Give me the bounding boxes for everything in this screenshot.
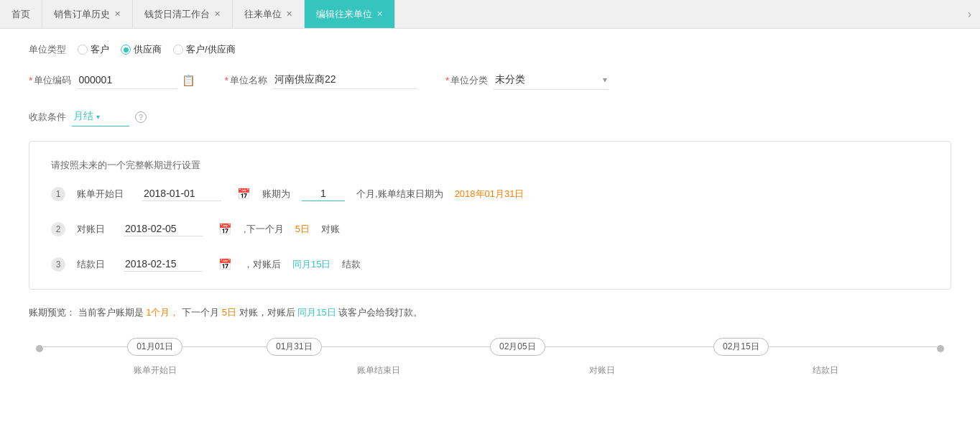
unit-code-input[interactable] — [77, 71, 177, 89]
radio-customer-circle — [78, 45, 88, 55]
timeline-line-4 — [769, 346, 937, 347]
radio-customer[interactable]: 客户 — [78, 43, 109, 56]
unit-name-label: 单位名称 — [230, 74, 267, 87]
unit-category-group: * 单位分类 未分类 ▾ — [445, 70, 609, 90]
unit-code-star: * — [29, 75, 32, 86]
timeline-right-dot — [937, 345, 944, 352]
period-row-1: 1 账单开始日 📅 账期为 个月,账单结束日期为 2018年01月31日 — [51, 186, 929, 201]
unit-type-row: 单位类型 客户 供应商 客户/供应商 — [29, 43, 951, 56]
period-num-1: 1 — [51, 187, 65, 201]
timeline-badge-2: 01月31日 — [267, 338, 322, 356]
timeline-label-2-wrapper: 账单结束日 — [267, 360, 490, 377]
expand-tabs-button[interactable]: › — [959, 0, 980, 28]
timeline-start-dot — [36, 345, 43, 352]
tab-edit-partner[interactable]: 编辑往来单位 ✕ — [305, 0, 395, 28]
unit-type-label: 单位类型 — [29, 43, 66, 56]
timeline-label-2: 账单结束日 — [357, 364, 400, 377]
preview-label: 账期预览： — [29, 307, 75, 318]
timeline-end-dot — [937, 345, 944, 352]
tab-partner-units-close[interactable]: ✕ — [286, 9, 292, 19]
tab-sales-history-close[interactable]: ✕ — [114, 9, 121, 19]
period-start-suffix2: 个月,账单结束日期为 — [356, 188, 443, 201]
preview-highlight-3: 同月15日 — [297, 307, 336, 318]
tab-home[interactable]: 首页 — [0, 0, 42, 28]
timeline-left-dot — [36, 345, 43, 352]
timeline-node-4: 02月15日 — [713, 338, 769, 356]
unit-category-label: 单位分类 — [450, 74, 488, 87]
timeline-labels-row: 账单开始日 账单结束日 对账日 结款日 — [36, 360, 944, 377]
payment-condition-label: 收款条件 — [29, 111, 66, 124]
timeline-label-1-wrapper: 账单开始日 — [43, 360, 267, 377]
timeline-badge-1: 01月01日 — [127, 338, 182, 356]
timeline-container: 01月01日 01月31日 02月05日 — [36, 338, 944, 356]
period-reconcile-date-input[interactable] — [124, 221, 203, 236]
unit-code-picker-icon[interactable]: 📋 — [182, 74, 195, 87]
period-start-date-input[interactable] — [142, 186, 221, 201]
timeline-segment-4: 02月15日 — [713, 338, 937, 356]
period-start-suffix1: 账期为 — [262, 188, 290, 201]
timeline-line-2 — [322, 346, 490, 347]
period-row-2: 2 对账日 📅 ,下一个月 5日 对账 — [51, 221, 929, 236]
tab-partner-units-label: 往来单位 — [244, 8, 282, 21]
unit-code-label: 单位编码 — [34, 74, 71, 87]
payment-condition-value: 月结 — [73, 110, 93, 123]
panel-title: 请按照未来的一个完整帐期进行设置 — [51, 159, 929, 172]
unit-name-star: * — [224, 75, 228, 86]
timeline-node-3: 02月05日 — [490, 338, 545, 356]
period-reconcile-suffix: 对账 — [321, 223, 340, 236]
period-settings-panel: 请按照未来的一个完整帐期进行设置 1 账单开始日 📅 账期为 个月,账单结束日期… — [29, 141, 951, 290]
radio-group-unit-type: 客户 供应商 客户/供应商 — [78, 43, 236, 56]
timeline-node-2: 01月31日 — [267, 338, 322, 356]
timeline-segment-3: 02月05日 — [490, 338, 713, 356]
preview-text-4: 该客户会给我打款。 — [338, 307, 422, 318]
tab-cashier-workbench-close[interactable]: ✕ — [214, 9, 221, 19]
radio-customer-label: 客户 — [91, 43, 109, 56]
period-month-input[interactable] — [302, 186, 345, 201]
radio-supplier[interactable]: 供应商 — [121, 43, 162, 56]
period-start-label: 账单开始日 — [77, 188, 124, 201]
radio-supplier-label: 供应商 — [134, 43, 162, 56]
timeline-line-1 — [43, 346, 127, 347]
preview-text-2: 下一个月 — [182, 307, 219, 318]
tab-sales-history-label: 销售订单历史 — [54, 8, 110, 21]
period-payment-prefix: ，对账后 — [244, 258, 281, 271]
radio-both-circle — [173, 45, 183, 55]
period-start-calendar-icon[interactable]: 📅 — [237, 188, 251, 201]
timeline-label-4-wrapper: 结款日 — [713, 360, 937, 377]
timeline-label-1: 账单开始日 — [134, 364, 177, 377]
tab-sales-history[interactable]: 销售订单历史 ✕ — [42, 0, 133, 28]
preview-text-1: 当前客户账期是 — [78, 307, 144, 318]
period-payment-label: 结款日 — [77, 258, 105, 271]
timeline-line-1b — [182, 346, 267, 347]
unit-category-select[interactable]: 未分类 ▾ — [494, 70, 609, 90]
tab-home-label: 首页 — [11, 8, 30, 21]
unit-code-group: * 单位编码 📋 — [29, 71, 195, 89]
period-payment-date-input[interactable] — [124, 257, 203, 272]
timeline-segment-1: 01月01日 — [43, 338, 267, 356]
timeline-line-3 — [545, 346, 713, 347]
unit-category-value: 未分类 — [495, 73, 525, 86]
payment-condition-row: 收款条件 月结 ▾ ? — [29, 107, 951, 126]
timeline-badge-3: 02月05日 — [490, 338, 545, 356]
tab-cashier-workbench-label: 钱货日清工作台 — [144, 8, 210, 21]
preview-text-3: 对账，对账后 — [239, 307, 295, 318]
period-row-3: 3 结款日 📅 ，对账后 同月15日 结款 — [51, 257, 929, 272]
period-payment-suffix: 结款 — [342, 258, 361, 271]
tab-edit-partner-close[interactable]: ✕ — [376, 9, 383, 19]
radio-both-label: 客户/供应商 — [186, 43, 236, 56]
help-icon[interactable]: ? — [135, 111, 147, 123]
payment-condition-select[interactable]: 月结 ▾ — [72, 107, 129, 126]
timeline-label-3-wrapper: 对账日 — [490, 360, 713, 377]
tab-cashier-workbench[interactable]: 钱货日清工作台 ✕ — [133, 0, 233, 28]
unit-name-input[interactable] — [273, 71, 417, 89]
radio-both[interactable]: 客户/供应商 — [173, 43, 236, 56]
period-payment-calendar-icon[interactable]: 📅 — [218, 258, 232, 271]
period-reconcile-prefix: ,下一个月 — [244, 223, 284, 236]
tab-partner-units[interactable]: 往来单位 ✕ — [233, 0, 305, 28]
period-reconcile-calendar-icon[interactable]: 📅 — [218, 223, 232, 236]
timeline-label-3: 对账日 — [589, 364, 615, 377]
preview-section: 账期预览： 当前客户账期是 1个月， 下一个月 5日 对账，对账后 同月15日 … — [29, 304, 951, 377]
tab-edit-partner-label: 编辑往来单位 — [316, 8, 372, 21]
period-num-2: 2 — [51, 222, 65, 236]
unit-info-row: * 单位编码 📋 * 单位名称 * 单位分类 未分类 ▾ — [29, 70, 951, 90]
